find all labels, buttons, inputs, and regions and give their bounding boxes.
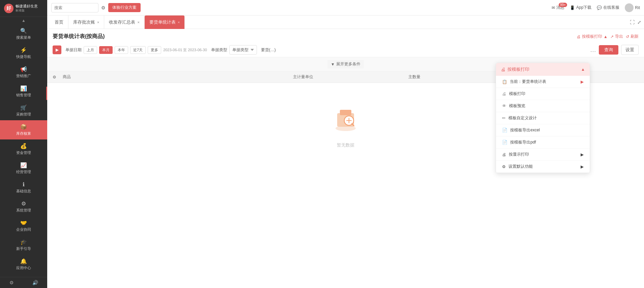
tab-expand-btn[interactable]: ⤢ bbox=[637, 20, 641, 25]
sidebar-item-operations[interactable]: 📈 经营管理 bbox=[0, 159, 47, 178]
avatar bbox=[625, 3, 634, 12]
settings-filter-btn[interactable]: 设置 bbox=[621, 45, 639, 55]
sidebar-item-wechat[interactable]: 💬 企业微信 bbox=[0, 274, 47, 277]
type-filter-group: 单据类型 单据类型 bbox=[211, 45, 257, 55]
template-design-icon: ✏ bbox=[502, 116, 506, 121]
logo-icon: 好 bbox=[4, 4, 13, 13]
more-options-icon[interactable]: … bbox=[590, 46, 596, 54]
print-template-btn[interactable]: 🖨 按模板打印 ▲ bbox=[577, 34, 608, 39]
quick-nav-icon: ⚡ bbox=[20, 47, 27, 53]
type-filter-select[interactable]: 单据类型 bbox=[229, 45, 257, 55]
export-btn[interactable]: ↗ 导出 bbox=[610, 34, 623, 39]
template-preview-item[interactable]: 👁 模板预览 bbox=[496, 100, 590, 112]
sidebar-menu: 🔍 搜索菜单 ⚡ 快捷导航 📢 营销推广 📊 销售管理 🛒 采购管理 📦 库存核… bbox=[0, 24, 47, 277]
export-icon: ↗ bbox=[610, 34, 614, 39]
avatar-btn[interactable]: Rit bbox=[625, 3, 640, 12]
refresh-btn[interactable]: ↺ 刷新 bbox=[626, 34, 639, 39]
sales-label: 销售管理 bbox=[16, 93, 31, 98]
app-center-label: 应用中心 bbox=[16, 265, 31, 270]
export-excel-item[interactable]: 📄 按模板导出excel bbox=[496, 124, 590, 136]
set-default-icon: ⚙ bbox=[502, 164, 506, 169]
volume-icon[interactable]: 🔊 bbox=[32, 280, 38, 285]
header-left: ⚙ 体验行业方案 bbox=[51, 3, 141, 12]
sidebar-item-purchase[interactable]: 🛒 采购管理 bbox=[0, 101, 47, 120]
sidebar-item-cooperation[interactable]: 🤝 企业协同 bbox=[0, 216, 47, 235]
sidebar-item-quick-nav[interactable]: ⚡ 快捷导航 bbox=[0, 43, 47, 63]
purchase-icon: 🛒 bbox=[20, 104, 27, 111]
tab-close-collect-summary[interactable]: × bbox=[137, 20, 139, 24]
th-check: ⚙ bbox=[53, 75, 63, 79]
tab-purchase-stats[interactable]: 要货单统计表 × bbox=[145, 15, 185, 29]
filter-bar: ▶ 单据日期 上月 本月 本年 近7天 更多 2023-06-01 至 2023… bbox=[47, 43, 644, 57]
date-filter-label: 单据日期 bbox=[65, 47, 82, 53]
chevron-down-icon: ▼ bbox=[331, 62, 335, 67]
tab-home[interactable]: 首页 bbox=[50, 15, 68, 29]
svg-rect-2 bbox=[340, 110, 351, 115]
sidebar-bottom: ⚙ 🔊 bbox=[0, 277, 47, 288]
th-unit: 主计量单位 bbox=[293, 74, 408, 80]
dropdown-chevron-icon: ▲ bbox=[581, 67, 585, 72]
sidebar-item-search[interactable]: 🔍 搜索菜单 bbox=[0, 24, 47, 43]
tab-collect-summary[interactable]: 收发存汇总表 × bbox=[104, 15, 144, 29]
page-title-bar: 要货单统计表(按商品) 🖨 按模板打印 ▲ ↗ 导出 ↺ 刷新 bbox=[47, 29, 644, 43]
tabs-actions: ⛶ ⤢ bbox=[630, 20, 641, 25]
sidebar-item-basic-info[interactable]: ℹ 基础信息 bbox=[0, 178, 47, 197]
finance-label: 资金管理 bbox=[16, 150, 31, 155]
search-input[interactable] bbox=[51, 3, 98, 12]
trial-btn[interactable]: 体验行业方案 bbox=[108, 3, 141, 12]
tab-close-inventory-batch[interactable]: × bbox=[97, 20, 99, 24]
sidebar-item-sales[interactable]: 📊 销售管理 bbox=[0, 82, 47, 101]
template-print-item[interactable]: 🖨 模板打印 bbox=[496, 88, 590, 100]
settings-icon[interactable]: ⚙ bbox=[9, 280, 14, 285]
empty-illustration bbox=[330, 103, 361, 138]
sidebar-item-app-center[interactable]: 🔔 应用中心 bbox=[0, 255, 47, 274]
current-template-item[interactable]: 📋 当前：要货单统计表 ▶ bbox=[496, 76, 590, 88]
date-filter-group: 单据日期 上月 本月 本年 近7天 更多 2023-06-01 至 2023-0… bbox=[65, 46, 207, 54]
tab-inventory-batch[interactable]: 库存批次账 × bbox=[68, 15, 104, 29]
gear-icon[interactable]: ⚙ bbox=[101, 5, 106, 10]
online-service-btn[interactable]: 💬 在线客服 bbox=[597, 5, 619, 10]
display-print-label-wrap: 🖨 按显示打印 bbox=[502, 152, 529, 157]
app-download-btn[interactable]: 📱 App下载 bbox=[570, 5, 591, 10]
date-prev-month-btn[interactable]: 上月 bbox=[84, 46, 97, 54]
goods-filter-label: 要货(…) bbox=[261, 47, 276, 53]
settings-col-icon[interactable]: ⚙ bbox=[53, 75, 56, 79]
cooperation-label: 企业协同 bbox=[16, 227, 31, 232]
chevron-up-icon: ▲ bbox=[604, 34, 608, 39]
sidebar-item-system[interactable]: ⚙ 系统管理 bbox=[0, 197, 47, 216]
display-print-item[interactable]: 🖨 按显示打印 ▶ bbox=[496, 149, 590, 161]
tabs-bar: 首页 库存批次账 × 收发存汇总表 × 要货单统计表 × ⛶ ⤢ bbox=[47, 15, 644, 29]
sales-icon: 📊 bbox=[20, 85, 27, 92]
basic-info-label: 基础信息 bbox=[16, 189, 31, 194]
date-this-month-btn[interactable]: 本月 bbox=[99, 46, 113, 54]
system-icon: ⚙ bbox=[21, 200, 26, 207]
app-center-icon: 🔔 bbox=[20, 258, 27, 264]
inventory-icon: 📦 bbox=[20, 124, 27, 130]
scroll-up-btn[interactable]: ▲ bbox=[0, 17, 47, 24]
date-7days-btn[interactable]: 近7天 bbox=[130, 46, 146, 54]
date-this-year-btn[interactable]: 本年 bbox=[115, 46, 128, 54]
type-filter-label: 单据类型 bbox=[211, 47, 227, 53]
export-pdf-item[interactable]: 📄 按模板导出pdf bbox=[496, 136, 590, 149]
display-print-chevron: ▶ bbox=[581, 152, 584, 157]
quick-nav-label: 快捷导航 bbox=[16, 54, 31, 59]
sidebar-item-guide[interactable]: 🎓 新手引导 bbox=[0, 235, 47, 255]
expand-more-btn[interactable]: ▼ 展开更多条件 bbox=[327, 60, 364, 68]
inventory-label: 库存核算 bbox=[16, 131, 31, 136]
query-btn[interactable]: 查询 bbox=[599, 45, 618, 55]
date-more-btn[interactable]: 更多 bbox=[148, 46, 161, 54]
template-design-item[interactable]: ✏ 模板自定义设计 bbox=[496, 112, 590, 124]
sidebar-item-finance[interactable]: 💰 资金管理 bbox=[0, 139, 47, 159]
goods-filter-group: 要货(…) bbox=[261, 47, 276, 53]
set-default-item[interactable]: ⚙ 设置默认功能 ▶ bbox=[496, 161, 590, 173]
service-icon: 💬 bbox=[597, 5, 602, 10]
sidebar-item-marketing[interactable]: 📢 营销推广 bbox=[0, 63, 47, 82]
tab-close-purchase-stats[interactable]: × bbox=[178, 20, 180, 24]
marketing-icon: 📢 bbox=[20, 66, 27, 72]
message-btn[interactable]: ✉ 消息 99+ bbox=[552, 5, 564, 10]
sidebar-item-inventory[interactable]: 📦 库存核算 bbox=[0, 120, 47, 139]
filter-toggle-btn[interactable]: ▶ bbox=[53, 45, 61, 54]
set-default-label-wrap: ⚙ 设置默认功能 bbox=[502, 164, 533, 169]
tab-restore-btn[interactable]: ⛶ bbox=[630, 20, 635, 25]
dropdown-header[interactable]: 🖨 按模板打印 ▲ bbox=[496, 63, 590, 76]
